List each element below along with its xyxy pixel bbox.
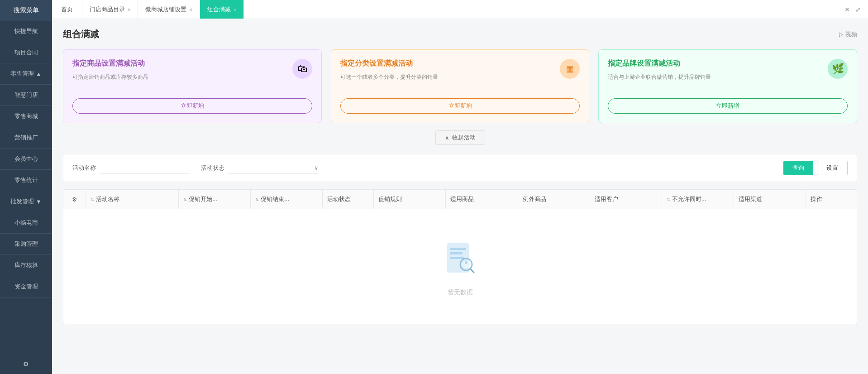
goods-card-add-button[interactable]: 立即新增 xyxy=(72,98,312,114)
th-name[interactable]: ⇅ 活动名称 xyxy=(86,190,179,209)
th-name-label: 活动名称 xyxy=(96,195,119,203)
empty-text: 暂无数据 xyxy=(63,288,857,297)
th-goods-label: 适用商品 xyxy=(450,195,474,203)
filter-name-item: 活动名称 xyxy=(72,163,190,173)
svg-rect-2 xyxy=(450,252,463,254)
th-start[interactable]: ⇅ 促销开始... xyxy=(179,190,251,209)
th-status-label: 活动状态 xyxy=(327,195,351,203)
th-settings[interactable]: ⚙ xyxy=(63,191,86,208)
th-status: 活动状态 xyxy=(323,190,374,209)
tab-wechat-shop[interactable]: 微商城店铺设置 × xyxy=(138,0,200,19)
th-action-label: 操作 xyxy=(811,195,822,203)
th-except: 例外商品 xyxy=(518,190,590,209)
filter-row: 活动名称 活动状态 ∨ 查询 设置 xyxy=(63,154,857,182)
sidebar-item-wholesale-label: 批发管理 xyxy=(10,197,34,206)
sidebar-item-retail-mall[interactable]: 零售商城 xyxy=(0,106,52,127)
page-header: 组合满减 ▷ 视频 xyxy=(63,28,857,40)
th-nosame[interactable]: ⇅ 不允许同时... xyxy=(662,190,734,209)
tab-product-cat-label: 门店商品目录 xyxy=(90,5,125,14)
window-controls: ✕ ⤢ xyxy=(837,6,868,13)
filter-status-item: 活动状态 ∨ xyxy=(201,163,319,173)
sidebar-item-marketing[interactable]: 营销推广 xyxy=(0,127,52,149)
sidebar-item-ecommerce[interactable]: 小畅电商 xyxy=(0,212,52,234)
filter-actions: 查询 设置 xyxy=(783,161,848,175)
query-button[interactable]: 查询 xyxy=(783,161,813,175)
svg-rect-3 xyxy=(450,257,464,259)
sidebar-item-finance[interactable]: 资金管理 xyxy=(0,276,52,297)
play-icon: ▷ xyxy=(839,31,844,38)
sidebar-item-retail[interactable]: 零售管理 ▲ xyxy=(0,63,52,85)
th-channel-label: 适用渠道 xyxy=(739,195,762,203)
sidebar-search[interactable]: 搜索菜单 xyxy=(0,0,52,21)
sidebar-item-retail-stats[interactable]: 零售统计 xyxy=(0,170,52,191)
category-activity-card: ▦ 指定分类设置满减活动 可选一个或者多个分类，提升分类的销量 立即新增 xyxy=(331,49,590,123)
sidebar-item-wholesale[interactable]: 批发管理 ▼ xyxy=(0,191,52,212)
sidebar: 搜索菜单 快捷导航 项目合同 零售管理 ▲ 智慧门店 零售商城 营销推广 会员中… xyxy=(0,0,52,374)
content-area: 组合满减 ▷ 视频 🛍 指定商品设置满减活动 可指定滞销商品或库存较多商品 立即… xyxy=(52,19,868,374)
th-start-label: 促销开始... xyxy=(189,195,217,203)
filter-name-label: 活动名称 xyxy=(72,164,96,172)
table-header: ⚙ ⇅ 活动名称 ⇅ 促销开始... ⇅ 促销结束... 活动状态 xyxy=(63,190,857,209)
sidebar-item-inventory[interactable]: 库存核算 xyxy=(0,255,52,276)
maximize-icon[interactable]: ⤢ xyxy=(855,6,861,13)
main-area: 首页 门店商品目录 × 微商城店铺设置 × 组合满减 × ✕ ⤢ 组合满减 ▷ … xyxy=(52,0,868,374)
category-card-title: 指定分类设置满减活动 xyxy=(340,59,580,68)
category-card-desc: 可选一个或者多个分类，提升分类的销量 xyxy=(340,73,580,89)
page-title: 组合满减 xyxy=(63,28,99,40)
category-card-add-button[interactable]: 立即新增 xyxy=(340,98,580,114)
sidebar-settings[interactable]: ⚙ xyxy=(0,354,52,374)
th-channel: 适用渠道 xyxy=(734,190,806,209)
th-action: 操作 xyxy=(806,190,857,209)
chevron-up-icon: ∧ xyxy=(445,134,449,141)
tab-combo[interactable]: 组合满减 × xyxy=(200,0,244,19)
brand-card-icon: 🌿 xyxy=(828,59,848,79)
sidebar-item-members[interactable]: 会员中心 xyxy=(0,149,52,170)
tab-home[interactable]: 首页 xyxy=(52,0,82,19)
goods-activity-card: 🛍 指定商品设置满减活动 可指定滞销商品或库存较多商品 立即新增 xyxy=(63,49,322,123)
chevron-down-icon: ∨ xyxy=(314,164,319,171)
data-table: ⚙ ⇅ 活动名称 ⇅ 促销开始... ⇅ 促销结束... 活动状态 xyxy=(63,189,857,324)
tab-wechat-shop-label: 微商城店铺设置 xyxy=(145,5,186,14)
brand-activity-card: 🌿 指定品牌设置满减活动 适合与上游企业联合做营销，提升品牌销量 立即新增 xyxy=(598,49,857,123)
brand-card-add-button[interactable]: 立即新增 xyxy=(608,98,848,114)
tab-combo-label: 组合满减 xyxy=(207,5,231,14)
tab-product-cat[interactable]: 门店商品目录 × xyxy=(82,0,138,19)
sidebar-item-project[interactable]: 项目合同 xyxy=(0,42,52,63)
filter-status-select[interactable]: ∨ xyxy=(228,163,319,173)
tab-wechat-shop-close[interactable]: × xyxy=(189,7,192,12)
sort-icon: ⇅ xyxy=(183,197,187,202)
th-customer-label: 适用客户 xyxy=(595,195,618,203)
brand-card-title: 指定品牌设置满减活动 xyxy=(608,59,848,68)
tab-combo-close[interactable]: × xyxy=(234,7,236,12)
brand-card-desc: 适合与上游企业联合做营销，提升品牌销量 xyxy=(608,73,848,89)
close-icon[interactable]: ✕ xyxy=(844,6,850,13)
goods-card-title: 指定商品设置满减活动 xyxy=(72,59,312,68)
chevron-up-icon: ▲ xyxy=(36,71,42,77)
svg-line-6 xyxy=(470,269,474,273)
sidebar-item-procurement[interactable]: 采购管理 xyxy=(0,234,52,255)
video-label: 视频 xyxy=(845,30,857,38)
chevron-down-icon: ▼ xyxy=(36,198,42,205)
sidebar-item-smart-store[interactable]: 智慧门店 xyxy=(0,85,52,106)
empty-state: 暂无数据 xyxy=(63,209,857,324)
cards-row: 🛍 指定商品设置满减活动 可指定滞销商品或库存较多商品 立即新增 ▦ 指定分类设… xyxy=(63,49,857,123)
th-goods: 适用商品 xyxy=(446,190,518,209)
filter-status-label: 活动状态 xyxy=(201,164,224,172)
settings-button[interactable]: 设置 xyxy=(817,161,848,175)
sort-icon: ⇅ xyxy=(255,197,259,202)
filter-name-input[interactable] xyxy=(100,163,190,173)
th-except-label: 例外商品 xyxy=(523,195,546,203)
sidebar-item-retail-label: 零售管理 xyxy=(10,70,34,78)
tab-bar: 首页 门店商品目录 × 微商城店铺设置 × 组合满减 × ✕ ⤢ xyxy=(52,0,868,19)
collapse-row: ∧ 收起活动 xyxy=(63,130,857,145)
sidebar-item-quick-nav[interactable]: 快捷导航 xyxy=(0,21,52,42)
collapse-button[interactable]: ∧ 收起活动 xyxy=(435,130,485,145)
video-link[interactable]: ▷ 视频 xyxy=(839,30,857,38)
th-end[interactable]: ⇅ 促销结束... xyxy=(251,190,323,209)
th-nosame-label: 不允许同时... xyxy=(672,195,706,203)
goods-card-icon: 🛍 xyxy=(292,59,312,79)
sort-icon: ⇅ xyxy=(91,197,94,202)
th-end-label: 促销结束... xyxy=(261,195,289,203)
tab-product-cat-close[interactable]: × xyxy=(128,7,130,12)
th-rule: 促销规则 xyxy=(374,190,446,209)
